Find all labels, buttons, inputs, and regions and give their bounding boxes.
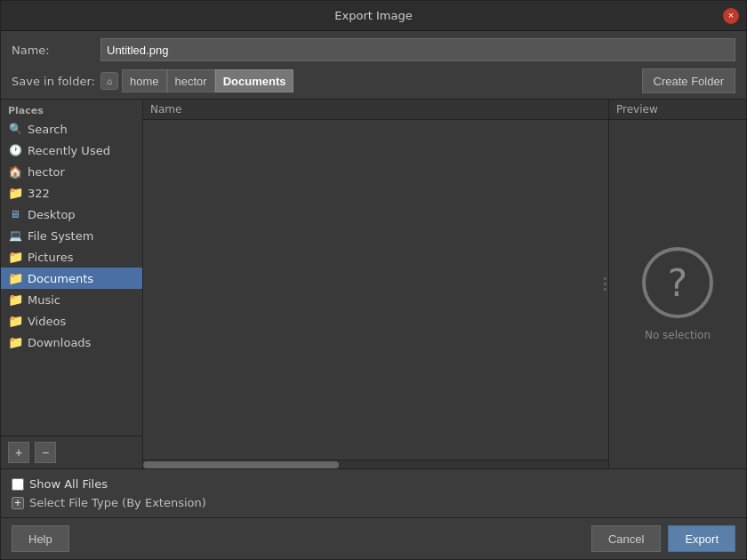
sidebar-label-pictures: Pictures [28,251,73,264]
home-icon: 🏠 [8,164,22,179]
remove-location-button[interactable]: − [35,442,56,463]
folder-documents-icon: 📁 [8,271,22,285]
export-image-dialog: Export Image × Name: Save in folder: ⌂ h… [0,0,747,560]
folder-music-icon: 📁 [8,292,22,307]
sidebar-item-322[interactable]: 📁 322 [1,182,142,204]
sidebar-label-recently-used: Recently Used [28,144,110,157]
preview-area: Preview ? No selection [608,100,746,468]
sidebar-item-hector[interactable]: 🏠 hector [1,161,142,182]
select-file-type-row[interactable]: + Select File Type (By Extension) [12,493,735,512]
sidebar-label-documents: Documents [28,272,93,285]
sidebar-item-videos[interactable]: 📁 Videos [1,310,142,332]
main-area: Places 🔍 Search 🕐 Recently Used 🏠 hector… [1,99,746,468]
name-label: Name: [12,44,100,57]
cancel-button[interactable]: Cancel [591,525,661,552]
sidebar-label-hector: hector [28,165,65,179]
scrollbar-thumb[interactable] [143,461,339,468]
search-icon: 🔍 [8,122,22,136]
file-list-header: Name [143,100,608,120]
name-column-header: Name [150,103,181,116]
drag-dot-3 [604,288,606,291]
sidebar-label-downloads: Downloads [28,336,91,349]
sidebar-item-desktop[interactable]: 🖥 Desktop [1,204,142,225]
sidebar-item-search[interactable]: 🔍 Search [1,118,142,140]
drag-dot-1 [604,277,606,280]
breadcrumb: ⌂ home hector Documents [100,69,642,92]
sidebar-item-pictures[interactable]: 📁 Pictures [1,246,142,268]
sidebar-label-search: Search [28,123,68,136]
show-all-files-checkbox[interactable] [12,478,24,491]
breadcrumb-documents[interactable]: Documents [215,69,294,92]
sidebar-label-file-system: File System [28,229,93,243]
home-breadcrumb-icon: ⌂ [100,72,118,90]
right-buttons: Cancel Export [591,525,735,552]
desktop-icon: 🖥 [8,207,22,221]
sidebar-label-music: Music [28,293,60,307]
action-bar: Help Cancel Export [1,517,746,559]
sidebar-item-music[interactable]: 📁 Music [1,289,142,310]
sidebar-item-documents[interactable]: 📁 Documents [1,268,142,289]
save-in-label: Save in folder: [12,75,100,88]
no-preview-icon: ? [642,247,713,318]
sidebar: Places 🔍 Search 🕐 Recently Used 🏠 hector… [1,100,143,468]
folder-videos-icon: 📁 [8,314,22,328]
folder-downloads-icon: 📁 [8,335,22,349]
preview-header: Preview [609,100,746,120]
drag-dot-2 [604,283,606,285]
dialog-title: Export Image [334,9,412,22]
add-location-button[interactable]: + [8,442,29,463]
help-button[interactable]: Help [12,525,69,552]
preview-content: ? No selection [642,120,713,468]
sidebar-item-downloads[interactable]: 📁 Downloads [1,332,142,353]
file-area: Name [143,100,608,468]
sidebar-bottom: + − [1,436,142,468]
sidebar-item-file-system[interactable]: 💻 File System [1,225,142,246]
select-file-type-label: Select File Type (By Extension) [29,496,206,509]
close-button[interactable]: × [723,8,739,24]
sidebar-label-desktop: Desktop [28,208,76,221]
bottom-options: Show All Files + Select File Type (By Ex… [1,468,746,517]
horizontal-scrollbar[interactable] [143,460,608,468]
filesystem-icon: 💻 [8,228,22,243]
clock-icon: 🕐 [8,143,22,157]
file-list-content[interactable] [143,120,608,460]
drag-handle[interactable] [601,267,608,302]
show-all-files-label: Show All Files [29,477,108,491]
sidebar-label-322: 322 [28,187,50,200]
titlebar: Export Image × [1,1,746,31]
top-area: Name: Save in folder: ⌂ home hector Docu… [1,31,746,99]
show-all-files-row[interactable]: Show All Files [12,475,735,493]
sidebar-label-videos: Videos [28,315,66,328]
sidebar-section-header: Places [1,100,142,118]
save-in-row: Save in folder: ⌂ home hector Documents … [12,68,735,93]
folder-red-icon: 📁 [8,186,22,200]
sidebar-item-recently-used[interactable]: 🕐 Recently Used [1,140,142,161]
filename-input[interactable] [100,38,735,61]
breadcrumb-home[interactable]: home [122,69,167,92]
create-folder-button[interactable]: Create Folder [642,68,735,93]
no-selection-label: No selection [645,329,711,341]
expand-icon: + [12,497,24,509]
folder-pictures-icon: 📁 [8,250,22,264]
export-button[interactable]: Export [668,525,735,552]
breadcrumb-hector[interactable]: hector [167,69,215,92]
name-row: Name: [12,38,735,61]
